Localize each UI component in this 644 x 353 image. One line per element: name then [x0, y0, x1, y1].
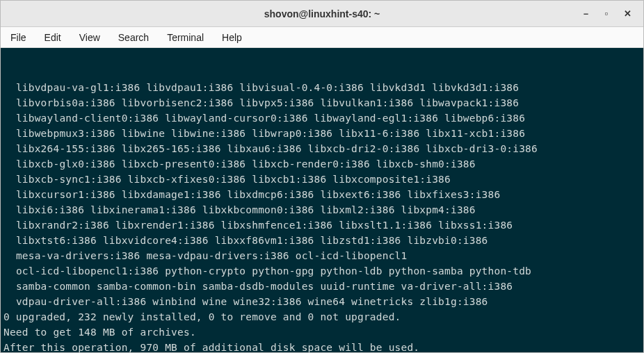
window-controls: － ▫ ✕	[575, 4, 638, 24]
terminal-line: libxcursor1:i386 libxdamage1:i386 libxdm…	[3, 187, 641, 202]
terminal-line: libwebpmux3:i386 libwine libwine:i386 li…	[3, 126, 641, 141]
terminal-line: libxrandr2:i386 libxrender1:i386 libxshm…	[3, 217, 641, 233]
minimize-button[interactable]: －	[575, 4, 596, 24]
maximize-button[interactable]: ▫	[596, 4, 617, 24]
terminal-line: libvdpau-va-gl1:i386 libvdpau1:i386 libv…	[3, 80, 641, 95]
terminal-line: samba-common samba-common-bin samba-dsdb…	[3, 279, 641, 294]
titlebar: shovon@linuxhint-s40: ~ － ▫ ✕	[1, 1, 643, 27]
terminal-area[interactable]: libvdpau-va-gl1:i386 libvdpau1:i386 libv…	[1, 48, 643, 352]
terminal-line: ocl-icd-libopencl1:i386 python-crypto py…	[3, 263, 641, 279]
window-title: shovon@linuxhint-s40: ~	[264, 8, 380, 19]
menu-terminal[interactable]: Terminal	[164, 30, 207, 45]
terminal-window: shovon@linuxhint-s40: ~ － ▫ ✕ File Edit …	[0, 0, 644, 353]
menu-help[interactable]: Help	[219, 30, 245, 45]
menu-file[interactable]: File	[8, 30, 29, 45]
menu-edit[interactable]: Edit	[42, 30, 64, 45]
terminal-line: libxcb-sync1:i386 libxcb-xfixes0:i386 li…	[3, 172, 641, 187]
terminal-line: mesa-va-drivers:i386 mesa-vdpau-drivers:…	[3, 248, 641, 263]
menu-view[interactable]: View	[77, 30, 103, 45]
menubar: File Edit View Search Terminal Help	[1, 27, 643, 48]
terminal-line: libxi6:i386 libxinerama1:i386 libxkbcomm…	[3, 202, 641, 217]
terminal-line: libxcb-glx0:i386 libxcb-present0:i386 li…	[3, 156, 641, 172]
terminal-line: libvorbis0a:i386 libvorbisenc2:i386 libv…	[3, 95, 641, 110]
terminal-line: libwayland-client0:i386 libwayland-curso…	[3, 110, 641, 126]
terminal-line: 0 upgraded, 232 newly installed, 0 to re…	[3, 309, 641, 325]
terminal-line: libxtst6:i386 libxvidcore4:i386 libxxf86…	[3, 233, 641, 248]
terminal-line: After this operation, 970 MB of addition…	[3, 340, 641, 352]
terminal-line: libx264-155:i386 libx265-165:i386 libxau…	[3, 141, 641, 156]
terminal-line: vdpau-driver-all:i386 winbind wine wine3…	[3, 294, 641, 309]
terminal-line: Need to get 148 MB of archives.	[3, 325, 641, 340]
menu-search[interactable]: Search	[115, 30, 152, 45]
close-button[interactable]: ✕	[617, 4, 638, 24]
